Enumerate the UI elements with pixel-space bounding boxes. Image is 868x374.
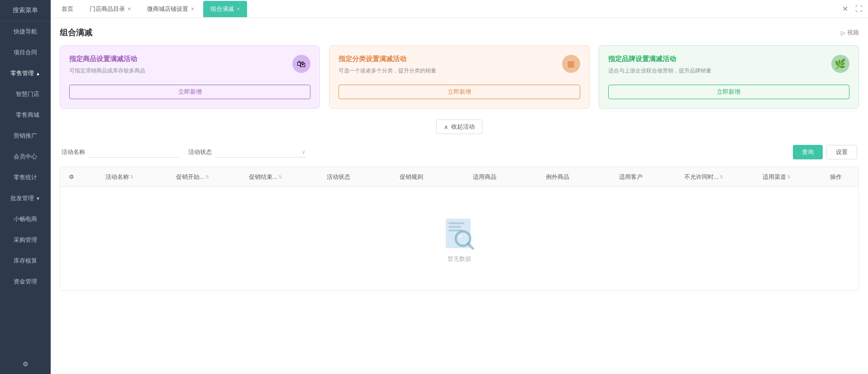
sidebar-settings[interactable]: ⚙ (0, 354, 51, 374)
product-card-desc: 可指定滞销商品或库存较多商品 (69, 67, 310, 75)
tab-actions: ✕ ⛶ (840, 3, 864, 15)
th-name[interactable]: 活动名称 ⇅ (83, 168, 156, 186)
filter-name-label: 活动名称 (62, 148, 85, 156)
sidebar-item-project-contract[interactable]: 项目合同 (0, 42, 51, 63)
close-tab-store-catalog[interactable]: × (128, 6, 131, 12)
sidebar-item-retail-mall[interactable]: 零售商城 (0, 105, 51, 125)
th-customers: 适用客户 (594, 168, 667, 186)
collapse-bar: ∧ 收起活动 (60, 116, 859, 138)
tab-wechat-store[interactable]: 微商城店铺设置 × (140, 1, 201, 17)
sidebar-item-finance[interactable]: 资金管理 (0, 271, 51, 292)
sidebar: 搜索菜单 快捷导航 项目合同 零售管理 ▲ 智慧门店 零售商城 营销推广 会员中… (0, 0, 51, 374)
tab-bar: 首页 门店商品目录 × 微商城店铺设置 × 组合满减 × ✕ ⛶ (51, 0, 868, 18)
close-window-button[interactable]: ✕ (840, 3, 850, 15)
category-activity-card: ▦ 指定分类设置满减活动 可选一个或者多个分类，提升分类的销量 立即新增 (329, 45, 589, 109)
chevron-up-icon: ▲ (36, 71, 40, 76)
product-card-title: 指定商品设置满减活动 (69, 55, 310, 63)
svg-point-7 (459, 235, 462, 238)
filter-name-item: 活动名称 (62, 147, 179, 158)
th-channel[interactable]: 适用渠道 ⇅ (740, 168, 813, 186)
filter-actions: 查询 设置 (793, 145, 857, 159)
product-activity-card: 🛍 指定商品设置满减活动 可指定滞销商品或库存较多商品 立即新增 (60, 45, 320, 109)
video-link[interactable]: ▷ 视频 (841, 29, 859, 37)
sort-icon: ⇅ (720, 174, 723, 179)
close-tab-combo-discount[interactable]: × (237, 6, 240, 12)
empty-illustration (437, 214, 482, 255)
table-header: ⚙ 活动名称 ⇅ 促销开始... ⇅ 促销结束... ⇅ 活动状态 (60, 167, 858, 187)
sidebar-item-retail-stats[interactable]: 零售统计 (0, 167, 51, 188)
brand-card-title: 指定品牌设置满减活动 (608, 55, 849, 63)
main-area: 首页 门店商品目录 × 微商城店铺设置 × 组合满减 × ✕ ⛶ 组合满减 ▷ … (51, 0, 868, 374)
th-products: 适用商品 (448, 168, 521, 186)
brand-card-add-button[interactable]: 立即新增 (608, 85, 849, 99)
sort-icon: ⇅ (130, 174, 134, 179)
filter-status-label: 活动状态 (188, 148, 212, 156)
sidebar-item-member-center[interactable]: 会员中心 (0, 146, 51, 167)
th-status: 活动状态 (302, 168, 375, 186)
content-area: 组合满减 ▷ 视频 🛍 指定商品设置满减活动 可指定滞销商品或库存较多商品 立即… (51, 18, 868, 374)
tab-combo-discount[interactable]: 组合满减 × (203, 1, 247, 17)
gear-icon: ⚙ (69, 173, 74, 180)
sidebar-item-quick-nav[interactable]: 快捷导航 (0, 21, 51, 42)
chevron-up-icon: ∧ (444, 124, 448, 130)
page-header: 组合满减 ▷ 视频 (60, 27, 859, 38)
th-no-overlap[interactable]: 不允许同时... ⇅ (667, 168, 740, 186)
th-ops: 操作 (813, 168, 858, 186)
filter-status-item: 活动状态 ∨ (188, 147, 306, 158)
sort-icon: ⇅ (787, 174, 791, 179)
category-card-desc: 可选一个或者多个分类，提升分类的销量 (339, 67, 580, 75)
th-gear[interactable]: ⚙ (60, 169, 83, 185)
gear-icon: ⚙ (23, 360, 29, 368)
empty-state: 暂无数据 (60, 187, 858, 290)
filter-name-input[interactable] (89, 147, 179, 158)
brand-activity-card: 🌿 指定品牌设置满减活动 适合与上游企业联合做营销，提升品牌销量 立即新增 (599, 45, 859, 109)
tab-store-catalog[interactable]: 门店商品目录 × (82, 1, 138, 17)
brand-card-desc: 适合与上游企业联合做营销，提升品牌销量 (608, 67, 849, 75)
resize-window-button[interactable]: ⛶ (854, 3, 864, 15)
sidebar-item-inventory[interactable]: 库存核算 (0, 250, 51, 271)
sidebar-item-wholesale-mgmt[interactable]: 批发管理 ▼ (0, 188, 51, 209)
th-except: 例外商品 (521, 168, 594, 186)
svg-rect-2 (448, 226, 461, 228)
sidebar-item-marketing[interactable]: 营销推广 (0, 125, 51, 146)
sort-icon: ⇅ (278, 174, 282, 179)
sidebar-item-xiaochangec[interactable]: 小畅电商 (0, 209, 51, 230)
sidebar-search[interactable]: 搜索菜单 (0, 0, 51, 21)
th-end[interactable]: 促销结束... ⇅ (229, 168, 302, 186)
th-rule: 促销规则 (375, 168, 448, 186)
chevron-down-icon: ▼ (36, 196, 40, 201)
sidebar-item-retail-mgmt[interactable]: 零售管理 ▲ (0, 63, 51, 84)
settings-button[interactable]: 设置 (826, 145, 857, 159)
category-card-icon: ▦ (562, 55, 580, 73)
dropdown-arrow-icon: ∨ (301, 149, 306, 155)
query-button[interactable]: 查询 (793, 145, 823, 159)
product-card-add-button[interactable]: 立即新增 (69, 85, 310, 99)
category-card-add-button[interactable]: 立即新增 (339, 85, 580, 99)
play-icon: ▷ (841, 29, 845, 36)
category-card-title: 指定分类设置满减活动 (339, 55, 580, 63)
page-title: 组合满减 (60, 27, 92, 38)
th-start[interactable]: 促销开始... ⇅ (156, 168, 229, 186)
activity-cards: 🛍 指定商品设置满减活动 可指定滞销商品或库存较多商品 立即新增 ▦ 指定分类设… (60, 45, 859, 109)
svg-rect-1 (448, 222, 464, 224)
collapse-activity-button[interactable]: ∧ 收起活动 (436, 120, 482, 134)
brand-card-icon: 🌿 (831, 55, 849, 73)
filter-status-select[interactable]: ∨ (215, 147, 306, 158)
tab-home[interactable]: 首页 (54, 1, 81, 17)
sidebar-item-smart-store[interactable]: 智慧门店 (0, 84, 51, 105)
sort-icon: ⇅ (205, 174, 209, 179)
close-tab-wechat-store[interactable]: × (191, 6, 194, 12)
empty-text: 暂无数据 (448, 255, 471, 263)
activity-table: ⚙ 活动名称 ⇅ 促销开始... ⇅ 促销结束... ⇅ 活动状态 (60, 167, 859, 291)
sidebar-item-purchase-mgmt[interactable]: 采购管理 (0, 230, 51, 250)
filter-row: 活动名称 活动状态 ∨ 查询 设置 (60, 145, 859, 159)
